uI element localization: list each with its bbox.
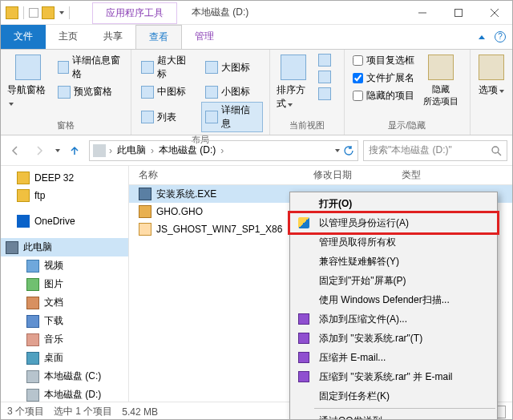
view-large-button[interactable]: 大图标	[202, 53, 263, 82]
documents-icon	[26, 297, 39, 309]
details-icon	[205, 111, 218, 123]
history-dropdown-icon[interactable]	[55, 149, 60, 152]
address-bar[interactable]: › 此电脑 › 本地磁盘 (D:) ›	[89, 140, 358, 161]
tree-item-video[interactable]: 视频	[1, 256, 128, 275]
ctx-add-rar[interactable]: 添加到 "安装系统.rar"(T)	[290, 329, 497, 348]
group-by-icon	[318, 54, 331, 67]
status-size: 5.42 MB	[122, 406, 158, 418]
checkbox-extensions[interactable]: 文件扩展名	[351, 71, 416, 86]
options-icon	[479, 55, 504, 80]
options-button[interactable]: 选项	[477, 53, 506, 120]
folder-icon	[17, 172, 30, 184]
view-extra-large-button[interactable]: 超大图标	[138, 53, 199, 82]
folder-icon	[6, 6, 18, 19]
view-details-button[interactable]: 详细信息	[201, 102, 263, 132]
navigation-tree[interactable]: DEEP 32 ftp OneDrive 此电脑 视频 图片 文档 下载 音乐 …	[1, 166, 129, 402]
checkbox-itemcheckboxes[interactable]: 项目复选框	[351, 53, 416, 68]
back-button[interactable]	[6, 141, 25, 160]
checkbox-hidden[interactable]: 隐藏的项目	[351, 88, 416, 103]
context-menu: 打开(O) 以管理员身份运行(A) 管理员取得所有权 兼容性疑难解答(Y) 固定…	[289, 192, 498, 420]
file-name: GHO.GHO	[156, 206, 203, 217]
details-pane-button[interactable]: 详细信息窗格	[55, 53, 125, 82]
collapse-ribbon-icon[interactable]	[479, 35, 485, 39]
maximize-button[interactable]	[440, 1, 476, 24]
tree-item-pictures[interactable]: 图片	[1, 275, 128, 293]
tree-item-folder[interactable]: DEEP 32	[1, 169, 128, 187]
chevron-right-icon[interactable]: ›	[109, 145, 112, 156]
file-tab[interactable]: 文件	[1, 25, 46, 49]
chevron-right-icon[interactable]: ›	[220, 145, 224, 156]
tree-item-folder[interactable]: ftp	[1, 187, 128, 204]
ctx-compress-rar-email[interactable]: 压缩到 "安装系统.rar" 并 E-mail	[290, 367, 497, 386]
ctx-troubleshoot[interactable]: 兼容性疑难解答(Y)	[290, 252, 497, 271]
size-columns-icon	[318, 87, 331, 100]
tree-item-thispc[interactable]: 此电脑	[1, 238, 128, 256]
ctx-run-as-admin[interactable]: 以管理员身份运行(A)	[290, 213, 497, 232]
sort-icon	[281, 55, 306, 80]
address-dropdown-icon[interactable]	[335, 149, 340, 152]
sort-button[interactable]: 排序方式	[277, 53, 310, 118]
ctx-add-archive[interactable]: 添加到压缩文件(A)...	[290, 309, 497, 329]
extra-large-icon	[141, 61, 154, 74]
qat-newfolder-icon[interactable]	[42, 6, 55, 19]
view-list-button[interactable]: 列表	[138, 102, 198, 132]
qat-dropdown-icon[interactable]	[59, 11, 64, 14]
ctx-admin-owner[interactable]: 管理员取得所有权	[290, 232, 497, 252]
view-small-button[interactable]: 小图标	[202, 84, 263, 99]
column-name[interactable]: 名称	[129, 168, 313, 182]
ctx-open[interactable]: 打开(O)	[290, 194, 497, 213]
tab-manage[interactable]: 管理	[182, 25, 227, 49]
minimize-button[interactable]	[404, 1, 440, 24]
tab-share[interactable]: 共享	[91, 25, 135, 49]
column-modified[interactable]: 修改日期	[313, 168, 402, 182]
add-columns-button[interactable]	[315, 70, 334, 84]
group-view-label: 当前视图	[277, 118, 337, 131]
ctx-send-qq[interactable]: 通过QQ发送到▸	[290, 411, 497, 420]
medium-icon	[141, 86, 154, 99]
exe-icon	[139, 188, 151, 200]
forward-button[interactable]	[30, 141, 49, 160]
file-icon	[139, 223, 151, 236]
nav-pane-button[interactable]: 导航窗格	[7, 53, 50, 118]
size-columns-button[interactable]	[315, 87, 334, 101]
separator	[314, 408, 495, 409]
preview-pane-button[interactable]: 预览窗格	[55, 84, 125, 99]
breadcrumb-drive[interactable]: 本地磁盘 (D:)	[157, 143, 217, 157]
small-icon	[205, 86, 218, 99]
close-button[interactable]	[476, 1, 512, 24]
details-pane-label: 详细信息窗格	[72, 54, 122, 81]
video-icon	[26, 260, 39, 273]
refresh-icon[interactable]	[343, 145, 354, 156]
tab-home[interactable]: 主页	[46, 25, 91, 49]
breadcrumb-pc[interactable]: 此电脑	[115, 143, 147, 157]
view-medium-button[interactable]: 中图标	[138, 84, 199, 99]
pc-icon	[6, 241, 18, 254]
help-icon[interactable]: ?	[495, 31, 506, 42]
column-type[interactable]: 类型	[402, 168, 512, 182]
ctx-defender[interactable]: 使用 Windows Defender扫描...	[290, 290, 497, 309]
group-panes-label: 窗格	[7, 118, 124, 131]
group-by-button[interactable]	[315, 53, 334, 67]
tree-item-desktop[interactable]: 桌面	[1, 349, 128, 367]
search-icon	[491, 145, 502, 156]
ctx-pin-start[interactable]: 固定到"开始"屏幕(P)	[290, 271, 497, 290]
drive-icon	[26, 370, 39, 383]
tree-item-drive-d[interactable]: 本地磁盘 (D:)	[1, 386, 128, 402]
up-button[interactable]	[65, 141, 84, 160]
chevron-right-icon[interactable]: ›	[151, 145, 154, 156]
tree-item-downloads[interactable]: 下载	[1, 312, 128, 330]
tree-item-onedrive[interactable]: OneDrive	[1, 212, 128, 230]
search-input[interactable]: 搜索"本地磁盘 (D:)"	[363, 140, 507, 161]
qat-props-icon[interactable]	[29, 8, 38, 18]
tree-item-drive-c[interactable]: 本地磁盘 (C:)	[1, 367, 128, 386]
tree-item-documents[interactable]: 文档	[1, 293, 128, 312]
ctx-compress-email[interactable]: 压缩并 E-mail...	[290, 348, 497, 367]
archive-icon	[298, 352, 309, 363]
hide-selected-button[interactable]: 隐藏 所选项目	[421, 53, 461, 118]
svg-point-4	[492, 147, 499, 153]
hide-icon	[428, 55, 454, 80]
archive-icon	[298, 371, 309, 382]
tree-item-music[interactable]: 音乐	[1, 330, 128, 349]
ctx-pin-taskbar[interactable]: 固定到任务栏(K)	[290, 386, 497, 406]
tab-view[interactable]: 查看	[135, 25, 182, 49]
